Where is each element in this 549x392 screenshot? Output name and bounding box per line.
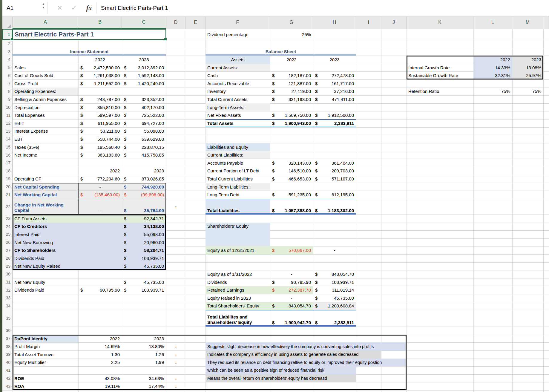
row-header-39[interactable]: 39 xyxy=(2,350,13,359)
cell-B37[interactable]: 2022 xyxy=(78,335,122,343)
cell-F24[interactable]: Shareholders' Equity xyxy=(206,223,270,231)
cell-B6[interactable]: $1,261,038.00 xyxy=(78,71,122,79)
cell-C26[interactable]: $20,960.00 xyxy=(122,238,166,246)
row-header-5[interactable]: 5 xyxy=(2,64,13,72)
cell-A22[interactable]: Change in Net Working Capital xyxy=(13,199,78,215)
cell-C31[interactable]: $45,735.00 xyxy=(122,278,166,286)
cell-F9[interactable]: Total Current Assets xyxy=(206,95,270,103)
cell-F5[interactable]: Current Assets: xyxy=(206,64,270,72)
select-all-corner[interactable] xyxy=(2,16,13,29)
row-header-30[interactable]: 30 xyxy=(2,270,13,278)
cell-F34[interactable]: Total Shareholders' Equity xyxy=(206,302,270,310)
cell-B10[interactable]: $355,810.00 xyxy=(78,103,122,111)
row-header-4[interactable]: 4 xyxy=(2,56,13,64)
insert-function-icon[interactable]: fx xyxy=(82,0,96,16)
cell-A39[interactable]: Total Asset Turnover xyxy=(13,350,78,359)
row-header-43[interactable]: 43 xyxy=(2,382,13,390)
column-header-B[interactable]: B xyxy=(78,16,122,29)
cell-C39[interactable]: 1.26 xyxy=(122,350,166,359)
row-header-31[interactable]: 31 xyxy=(2,278,13,286)
row-header-29[interactable]: 29 xyxy=(2,262,13,270)
cell-A42[interactable]: ROE xyxy=(13,374,78,382)
cell-A9[interactable]: Selling & Admin Expenses xyxy=(13,95,78,103)
cell-G17[interactable]: $320,143.00 xyxy=(270,159,313,167)
row-header-6[interactable]: 6 xyxy=(2,71,13,79)
cell-F21[interactable]: Long-Term Debt xyxy=(206,191,270,199)
cell-B40[interactable]: 2.25 xyxy=(78,359,122,367)
cell-A29[interactable]: Net New Equity Raised xyxy=(13,262,78,270)
cell-A7[interactable]: Gross Profit xyxy=(13,79,78,88)
cell-C22[interactable]: $35,764.00 xyxy=(122,199,166,215)
cell-L8[interactable]: 75% xyxy=(473,88,512,96)
cell-F10[interactable]: Long-Term Assets: xyxy=(206,103,270,111)
row-header-26[interactable]: 26 xyxy=(2,238,13,246)
column-header-I[interactable]: I xyxy=(356,16,381,29)
cell-H7[interactable]: $161,717.00 xyxy=(313,79,356,88)
cell-G30[interactable]: - xyxy=(270,270,313,278)
cell-A11[interactable]: Total Expenses xyxy=(13,111,78,119)
cell-G21[interactable]: $591,235.00 xyxy=(270,191,313,199)
column-header-G[interactable]: G xyxy=(270,16,313,29)
cell-F3[interactable]: Balance Sheet xyxy=(206,48,356,56)
cell-H34[interactable]: $1,200,608.84 xyxy=(313,302,356,310)
cell-C20[interactable]: $744,920.00 xyxy=(122,183,166,191)
cell-G4[interactable]: 2022 xyxy=(270,56,313,64)
cell-B16[interactable]: $363,183.60 xyxy=(78,151,122,159)
row-header-41[interactable]: 41 xyxy=(2,366,13,374)
row-header-13[interactable]: 13 xyxy=(2,127,13,135)
cell-G1[interactable]: 25% xyxy=(270,29,313,40)
cell-C27[interactable]: $58,204.71 xyxy=(122,246,166,254)
cell-A25[interactable]: Interest Paid xyxy=(13,230,78,238)
cell-B43[interactable]: 19.11% xyxy=(78,382,122,390)
cell-A16[interactable]: Net Income xyxy=(13,151,78,159)
cell-C37[interactable]: 2023 xyxy=(122,335,166,343)
cell-A12[interactable]: EBIT xyxy=(13,119,78,127)
cell-G6[interactable]: $182,187.00 xyxy=(270,71,313,79)
cell-F41[interactable]: which can be seen as a positive sign of … xyxy=(206,366,356,374)
row-header-33[interactable]: 33 xyxy=(2,294,13,302)
cell-B21[interactable]: $(135,460.00) xyxy=(78,191,122,199)
cell-F30[interactable]: Equity as of 1/31/2022 xyxy=(206,270,270,278)
cell-L6[interactable]: 32.31% xyxy=(473,71,512,79)
cell-C9[interactable]: $323,352.00 xyxy=(122,95,166,103)
cell-C24[interactable]: $34,138.00 xyxy=(122,223,166,231)
cell-C10[interactable]: $402,170.00 xyxy=(122,103,166,111)
column-header-N[interactable] xyxy=(543,16,549,29)
cell-G27[interactable]: $570,667.00 xyxy=(270,246,313,254)
row-header-1[interactable]: 1 xyxy=(2,29,13,40)
row-header-15[interactable]: 15 xyxy=(2,143,13,151)
cell-F27[interactable]: Equity as of 12/31/2021 xyxy=(206,246,270,254)
cell-B14[interactable]: $558,744.00 xyxy=(78,135,122,143)
cell-B19[interactable]: $772,204.60 xyxy=(78,175,122,183)
row-header-3[interactable]: 3 xyxy=(2,48,13,56)
cell-A40[interactable]: Equity Multiplier xyxy=(13,359,78,367)
cell-B15[interactable]: $195,560.40 xyxy=(78,143,122,151)
cell-A13[interactable]: Interest Expense xyxy=(13,127,78,135)
row-header-18[interactable]: 18 xyxy=(2,167,13,175)
cell-C21[interactable]: $(99,696.00) xyxy=(122,191,166,199)
cell-G22[interactable]: $1,057,888.00 xyxy=(270,199,313,215)
active-cell-reference[interactable]: A1 xyxy=(2,5,13,11)
cell-A28[interactable]: Dividends Paid xyxy=(13,254,78,262)
cell-L4[interactable]: 2022 xyxy=(473,56,512,64)
cell-F35[interactable]: Total Liabilites and Shareholders' Equit… xyxy=(206,310,270,327)
cell-C25[interactable]: $55,098.00 xyxy=(122,230,166,238)
cell-B42[interactable]: 43.08% xyxy=(78,374,122,382)
cell-H31[interactable]: $103,939.71 xyxy=(313,278,356,286)
cell-A14[interactable]: EBT xyxy=(13,135,78,143)
cell-C42[interactable]: 34.63% xyxy=(122,374,166,382)
row-header-19[interactable]: 19 xyxy=(2,175,13,183)
row-header-20[interactable]: 20 xyxy=(2,183,13,191)
cell-C6[interactable]: $1,592,143.00 xyxy=(122,71,166,79)
cell-C28[interactable]: $103,939.71 xyxy=(122,254,166,262)
cell-F15[interactable]: Liabilities and Equity xyxy=(206,143,270,151)
cell-H21[interactable]: $612,195.00 xyxy=(313,191,356,199)
row-header-2[interactable]: 2 xyxy=(2,40,13,48)
cell-C7[interactable]: $1,420,249.00 xyxy=(122,79,166,88)
cell-B32[interactable]: $90,795.90 xyxy=(78,286,122,294)
row-header-27[interactable]: 27 xyxy=(2,246,13,254)
cell-F16[interactable]: Current Liabilities: xyxy=(206,151,270,159)
cell-A38[interactable]: Profit Margin xyxy=(13,342,78,350)
cell-H12[interactable]: $2,383,911 xyxy=(313,119,356,127)
cancel-icon[interactable]: ✕ xyxy=(54,0,66,16)
